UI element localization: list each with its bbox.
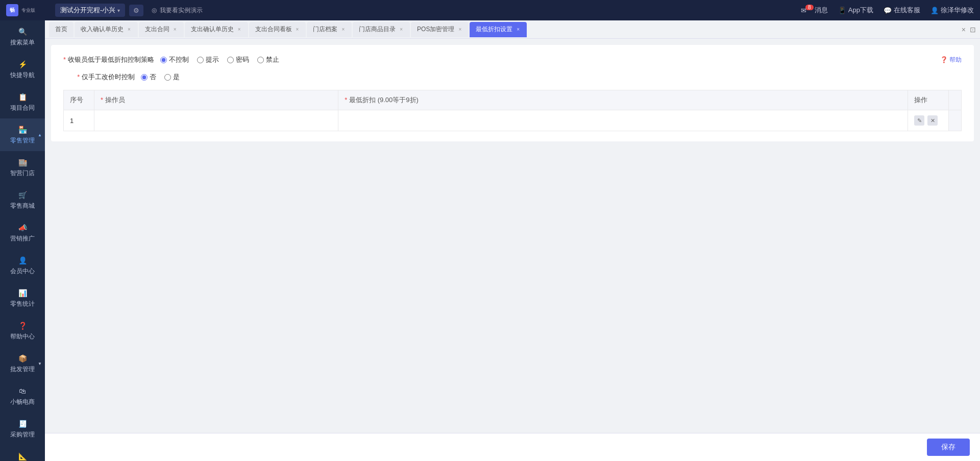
tab-payment-board-close[interactable]: × — [295, 26, 300, 33]
manual-price-label: 仅手工改价时控制 — [63, 72, 135, 82]
app-download-button[interactable]: 📱 App下载 — [838, 6, 873, 15]
member-icon: 👤 — [17, 255, 28, 265]
project-selector[interactable]: 测试分开完程-小兴 ▾ — [55, 4, 125, 17]
contract-icon: 📋 — [17, 92, 28, 102]
settings-card: 收银员低于最低折扣控制策略 不控制 提示 密码 — [51, 45, 974, 141]
tab-income-confirm-label: 收入确认单历史 — [81, 25, 124, 34]
sidebar-item-project-contract[interactable]: 📋 项目合同 — [0, 86, 45, 118]
delete-icon[interactable]: ✕ — [927, 115, 938, 126]
inventory-icon: 📐 — [17, 451, 28, 461]
logo-area: 畅 专业版 — [6, 4, 47, 16]
radio-remind[interactable]: 提示 — [197, 55, 219, 64]
td-min-discount — [338, 110, 908, 131]
radio-no-control[interactable]: 不控制 — [160, 55, 189, 64]
sidebar-item-inventory[interactable]: 📐 库存核算 — [0, 445, 45, 461]
settings-button[interactable]: ⚙ — [129, 5, 143, 16]
sidebar-item-search-menu[interactable]: 🔍 搜索菜单 — [0, 20, 45, 53]
tab-payment-contract[interactable]: 支出合同 × — [139, 22, 184, 37]
td-operator — [94, 110, 338, 131]
tab-store-product-label: 门店商品目录 — [359, 25, 396, 34]
quick-nav-icon: ⚡ — [17, 59, 28, 69]
service-icon: 💬 — [884, 7, 892, 14]
table-row: 1 ✎ ✕ — [64, 110, 962, 131]
sidebar-item-member-center[interactable]: 👤 会员中心 — [0, 249, 45, 282]
td-seq: 1 — [64, 110, 94, 131]
message-label: 消息 — [815, 6, 828, 15]
tab-bar: 首页 收入确认单历史 × 支出合同 × 支出确认单历史 × 支出合同看板 × 门… — [45, 20, 980, 39]
project-name: 测试分开完程-小兴 — [60, 6, 115, 15]
radio-forbid-label: 禁止 — [266, 55, 279, 64]
cashier-policy-label: 收银员低于最低折扣控制策略 — [63, 55, 154, 64]
tab-payment-confirm-close[interactable]: × — [237, 26, 242, 33]
logo-icon: 畅 — [6, 4, 18, 16]
tab-payment-contract-label: 支出合同 — [145, 25, 169, 34]
radio-no[interactable]: 否 — [141, 72, 156, 82]
tab-payment-contract-close[interactable]: × — [173, 26, 178, 33]
tab-payment-confirm[interactable]: 支出确认单历史 × — [185, 22, 248, 37]
help-link[interactable]: ❓ 帮助 — [940, 56, 962, 64]
radio-password-label: 密码 — [236, 55, 249, 64]
sidebar-label: 帮助中心 — [10, 332, 35, 341]
tab-pos-encrypt-label: POS加密管理 — [417, 25, 454, 34]
sidebar-item-marketing[interactable]: 📣 营销推广 — [0, 216, 45, 249]
radio-no-control-input[interactable] — [160, 57, 167, 63]
tab-income-confirm[interactable]: 收入确认单历史 × — [75, 22, 138, 37]
radio-forbid-input[interactable] — [257, 57, 264, 63]
tab-income-confirm-close[interactable]: × — [127, 26, 132, 33]
save-button[interactable]: 保存 — [927, 439, 970, 456]
cashier-policy-row: 收银员低于最低折扣控制策略 不控制 提示 密码 — [63, 55, 962, 64]
tab-store-product[interactable]: 门店商品目录 × — [353, 22, 410, 37]
sidebar-item-quick-nav[interactable]: ⚡ 快捷导航 — [0, 53, 45, 86]
message-button[interactable]: ✉ 8 消息 — [801, 6, 828, 15]
sidebar-item-ecommerce[interactable]: 🛍 小畅电商 — [0, 380, 45, 413]
tab-store-file-close[interactable]: × — [340, 26, 346, 33]
user-profile-button[interactable]: 👤 徐泽华修改 — [930, 6, 974, 15]
sidebar-item-retail-stats[interactable]: 📊 零售统计 — [0, 282, 45, 314]
tab-close-all-button[interactable]: × — [962, 26, 966, 34]
radio-yes[interactable]: 是 — [164, 72, 180, 82]
sidebar-label: 营销推广 — [10, 234, 35, 243]
search-icon: 🔍 — [17, 27, 28, 37]
ecommerce-icon: 🛍 — [17, 386, 28, 396]
sidebar-label: 零售商城 — [10, 202, 35, 210]
mall-icon: 🛒 — [17, 190, 28, 200]
online-service-label: 在线客服 — [894, 6, 920, 15]
radio-yes-input[interactable] — [164, 74, 171, 81]
tab-store-file[interactable]: 门店档案 × — [307, 22, 352, 37]
radio-no-input[interactable] — [141, 74, 148, 81]
radio-password[interactable]: 密码 — [227, 55, 249, 64]
tab-min-discount[interactable]: 最低折扣设置 × — [470, 22, 527, 37]
tab-store-product-close[interactable]: × — [399, 26, 404, 33]
sidebar-item-retail-management[interactable]: 🏪 零售管理 — [0, 118, 45, 151]
content-area: 首页 收入确认单历史 × 支出合同 × 支出确认单历史 × 支出合同看板 × 门… — [45, 20, 980, 461]
tab-home-label: 首页 — [55, 25, 67, 34]
tab-pos-encrypt[interactable]: POS加密管理 × — [411, 22, 469, 37]
sidebar-item-help-center[interactable]: ❓ 帮助中心 — [0, 314, 45, 347]
sidebar-label: 搜索菜单 — [10, 38, 35, 47]
tab-expand-button[interactable]: ⊡ — [970, 26, 976, 34]
avatar-icon: 👤 — [930, 7, 939, 14]
sidebar-item-retail-mall[interactable]: 🛒 零售商城 — [0, 184, 45, 216]
tab-payment-confirm-label: 支出确认单历史 — [191, 25, 234, 34]
radio-password-input[interactable] — [227, 57, 234, 63]
manual-price-row: 仅手工改价时控制 否 是 — [63, 72, 962, 82]
th-action: 操作 — [908, 90, 949, 110]
gear-icon: ⚙ — [133, 7, 139, 14]
online-service-button[interactable]: 💬 在线客服 — [884, 6, 920, 15]
edit-icon[interactable]: ✎ — [914, 115, 924, 126]
radio-remind-input[interactable] — [197, 57, 204, 63]
sidebar-item-batch-management[interactable]: 📦 批发管理 — [0, 347, 45, 380]
tab-home[interactable]: 首页 — [49, 22, 74, 37]
demo-link[interactable]: ◎ 我要看实例演示 — [152, 6, 203, 15]
bottom-bar: 保存 — [45, 433, 980, 461]
help-icon: ❓ — [17, 321, 28, 331]
sidebar-item-purchase[interactable]: 🧾 采购管理 — [0, 413, 45, 445]
radio-yes-label: 是 — [173, 72, 180, 82]
discount-table: 序号 操作员 最低折扣 (9.00等于9折) 操作 1 — [63, 90, 962, 131]
tab-payment-board[interactable]: 支出合同看板 × — [249, 22, 306, 37]
tab-pos-encrypt-close[interactable]: × — [457, 26, 462, 33]
sidebar-item-smart-store[interactable]: 🏬 智营门店 — [0, 151, 45, 184]
radio-forbid[interactable]: 禁止 — [257, 55, 279, 64]
tab-min-discount-close[interactable]: × — [516, 26, 521, 33]
th-scroll — [949, 90, 962, 110]
